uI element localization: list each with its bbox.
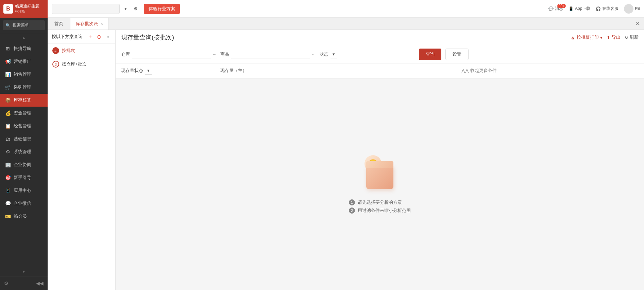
- add-scheme-button[interactable]: ＋: [87, 33, 94, 40]
- sidebar-item-label: 采购管理: [14, 84, 31, 90]
- print-dropdown-icon: ▾: [600, 35, 603, 40]
- tab-bar: 首页 库存批次账 × ✕: [48, 18, 644, 30]
- inventory-status-label: 现存量状态: [121, 68, 143, 74]
- tab-inventory-batch[interactable]: 库存批次账 ×: [70, 18, 109, 30]
- sidebar-item-app-center[interactable]: 📱 应用中心: [0, 184, 48, 197]
- basic-icon: 🗂: [5, 136, 11, 142]
- sidebar-item-label: 销售管理: [14, 71, 31, 77]
- filter-row-2: 现存量状态 ▾ 现存量（主） — ⋀⋀ 收起更多条件: [116, 64, 644, 78]
- sidebar-item-enterprise[interactable]: 🏢 企业协同: [0, 158, 48, 171]
- sidebar-item-sales[interactable]: 📊 销售管理: [0, 68, 48, 81]
- sidebar-item-label: 应用中心: [14, 187, 31, 194]
- warehouse-label: 仓库: [121, 51, 130, 57]
- refresh-icon: ↻: [625, 35, 628, 40]
- print-button[interactable]: 🖨 按模板打印 ▾: [571, 34, 603, 40]
- query-button[interactable]: 查询: [419, 49, 441, 60]
- sidebar-item-label: 企业微信: [14, 200, 31, 206]
- settings-button[interactable]: ⚙: [3, 279, 10, 287]
- batch-scheme-icon: ◎: [52, 47, 59, 54]
- search-menu-button[interactable]: 🔍 搜索菜单: [3, 20, 45, 30]
- panel-close-button[interactable]: ✕: [631, 20, 644, 27]
- product-label: 商品: [220, 51, 229, 57]
- sidebar-item-basic[interactable]: 🗂 基础信息: [0, 132, 48, 145]
- status-filter-field: 状态 ▾: [320, 50, 415, 58]
- status-dropdown-arrow: ▾: [333, 52, 335, 57]
- sidebar-item-label: 新手引导: [14, 175, 31, 181]
- topbar-right: 💬 消息 99+ 📱 App下载 🎧 在线客服 Rit: [548, 4, 640, 14]
- collapse-sidebar-button[interactable]: ◀◀: [35, 279, 45, 287]
- query-header-actions: 🖨 按模板打印 ▾ ⬆ 导出 ↻ 刷新: [571, 34, 639, 40]
- app-download-label: App下载: [575, 6, 590, 12]
- product-more-button[interactable]: ···: [312, 52, 316, 57]
- app-center-icon: 📱: [5, 187, 11, 194]
- app-logo: B: [3, 4, 13, 14]
- sidebar-item-system[interactable]: ⚙ 系统管理: [0, 145, 48, 158]
- tab-close-button[interactable]: ×: [101, 21, 103, 26]
- inventory-status-field: 现存量状态 ▾: [121, 67, 216, 75]
- marketing-icon: 📢: [5, 58, 11, 65]
- sidebar-item-label: 畅会员: [14, 213, 27, 219]
- system-icon: ⚙: [5, 149, 11, 155]
- sidebar-item-newbie[interactable]: 🎯 新手引导: [0, 171, 48, 184]
- dropdown-button[interactable]: ▾: [122, 5, 129, 13]
- sidebar-item-label: 库存核算: [14, 97, 31, 103]
- user-profile-item[interactable]: Rit: [624, 4, 640, 14]
- scroll-up-button[interactable]: ▲: [0, 34, 48, 41]
- inventory-status-select[interactable]: ▾: [145, 67, 152, 75]
- empty-step-2: 2 用过滤条件来缩小分析范围: [349, 207, 411, 214]
- sidebar-item-label: 企业协同: [14, 162, 31, 168]
- search-input[interactable]: [55, 6, 117, 11]
- warehouse-input[interactable]: [132, 50, 211, 58]
- sidebar-item-wechat[interactable]: 💬 企业微信: [0, 197, 48, 210]
- sidebar-item-operation[interactable]: 📋 经营管理: [0, 120, 48, 132]
- export-button[interactable]: ⬆ 导出: [607, 34, 621, 40]
- sidebar-search-area: 🔍 搜索菜单: [0, 18, 48, 33]
- tab-home[interactable]: 首页: [48, 18, 70, 30]
- sidebar-item-purchase[interactable]: 🛒 采购管理: [0, 81, 48, 94]
- messages-item[interactable]: 💬 消息 99+: [548, 6, 563, 12]
- online-service-label: 在线客服: [602, 6, 618, 12]
- message-icon: 💬: [548, 6, 554, 11]
- status-select[interactable]: ▾: [331, 50, 337, 58]
- filter-scheme-label: 按以下方案查询: [52, 34, 83, 40]
- online-service-item[interactable]: 🎧 在线客服: [596, 6, 618, 12]
- sidebar-item-marketing[interactable]: 📢 营销推广: [0, 55, 48, 68]
- headset-icon: 🎧: [596, 6, 601, 11]
- wechat-icon: 💬: [5, 200, 11, 206]
- empty-illustration: 😐: [359, 155, 400, 193]
- company-name: 畅康通好生意: [15, 4, 39, 9]
- scheme-item-batch[interactable]: ◎ 按批次: [48, 44, 115, 57]
- refresh-button[interactable]: ↻ 刷新: [625, 34, 639, 40]
- settings-button[interactable]: 设置: [445, 49, 469, 60]
- finance-icon: 💰: [5, 110, 11, 116]
- warehouse-batch-icon: ⊙: [52, 61, 59, 68]
- empty-step-1: 1 请先选择要分析的方案: [349, 199, 411, 205]
- phone-icon: 📱: [569, 6, 574, 11]
- settings-gear-button[interactable]: ⚙: [132, 5, 140, 13]
- inventory-amount-dash: —: [249, 68, 253, 73]
- filter-row-1: 仓库 ··· 商品 ··· 状态 ▾ 查询 设置: [116, 45, 644, 64]
- user-avatar: [624, 4, 633, 14]
- purchase-icon: 🛒: [5, 84, 11, 90]
- step-1-number: 1: [349, 199, 355, 205]
- sidebar-item-member[interactable]: 🎫 畅会员: [0, 210, 48, 223]
- step-2-number: 2: [349, 207, 355, 214]
- sidebar-item-inventory[interactable]: 📦 库存核算: [0, 94, 48, 107]
- quick-nav-icon: ⊞: [5, 46, 11, 52]
- sidebar: B 畅康通好生意 标准版 🔍 搜索菜单 ▲ ⊞ 快捷导航 📢 营销推广 📊 销售…: [0, 0, 48, 290]
- topbar: ▾ ⚙ 体验行业方案 💬 消息 99+ 📱 App下载 🎧 在线客服 Rit: [48, 0, 644, 18]
- scheme-settings-button[interactable]: ⊙: [96, 33, 102, 40]
- sidebar-item-label: 基础信息: [14, 136, 31, 142]
- app-download-item[interactable]: 📱 App下载: [569, 6, 590, 12]
- collapse-filter-button[interactable]: «: [104, 33, 111, 40]
- scheme-item-warehouse-batch[interactable]: ⊙ 按仓库+批次: [48, 57, 115, 71]
- product-input[interactable]: [231, 50, 310, 58]
- enterprise-icon: 🏢: [5, 162, 11, 168]
- sidebar-item-finance[interactable]: 💰 资金管理: [0, 107, 48, 120]
- step-1-text: 请先选择要分析的方案: [358, 199, 402, 205]
- collapse-more-button[interactable]: ⋀⋀ 收起更多条件: [461, 68, 497, 74]
- warehouse-more-button[interactable]: ···: [213, 52, 216, 57]
- scroll-down-button[interactable]: ▼: [0, 268, 48, 275]
- sidebar-item-quick-nav[interactable]: ⊞ 快捷导航: [0, 42, 48, 55]
- experience-btn[interactable]: 体验行业方案: [144, 4, 180, 14]
